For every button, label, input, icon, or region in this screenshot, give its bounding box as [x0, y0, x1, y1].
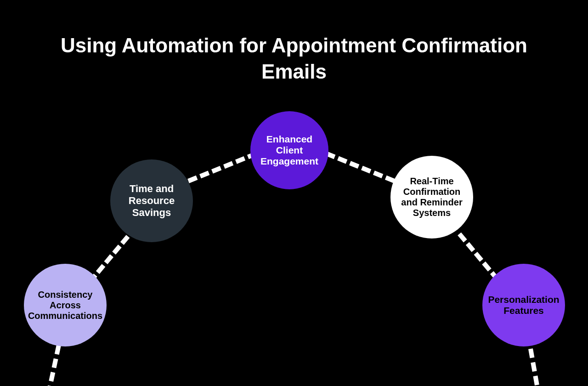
connector-line [458, 233, 499, 281]
connector-line [46, 345, 61, 386]
connector-line [325, 152, 395, 183]
node-personalization: Personalization Features [482, 264, 565, 346]
node-label: Time and Resource Savings [115, 183, 188, 219]
node-label: Consistency Across Communications [28, 290, 102, 321]
node-label: Personalization Features [487, 294, 560, 316]
arc-diagram: Consistency Across Communications Time a… [0, 98, 588, 374]
node-realtime: Real-Time Confirmation and Reminder Syst… [390, 156, 473, 238]
page-title: Using Automation for Appointment Confirm… [0, 0, 588, 85]
node-consistency: Consistency Across Communications [24, 264, 107, 346]
connector-line [187, 152, 257, 183]
node-time-savings: Time and Resource Savings [110, 159, 193, 242]
connector-line [528, 349, 542, 386]
node-engagement: Enhanced Client Engagement [250, 111, 328, 189]
node-label: Enhanced Client Engagement [255, 134, 324, 167]
node-label: Real-Time Confirmation and Reminder Syst… [395, 176, 469, 218]
